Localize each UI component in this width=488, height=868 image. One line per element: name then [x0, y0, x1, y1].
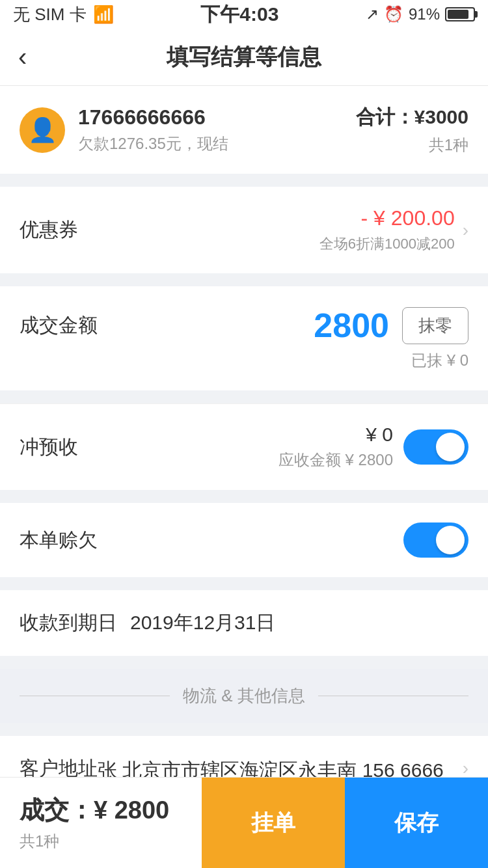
- content: 👤 17666666666 欠款1276.35元，现结 合计：¥3000 共1种…: [0, 86, 488, 868]
- due-date-section: 收款到期日 2019年12月31日: [0, 590, 488, 656]
- customer-section: 👤 17666666666 欠款1276.35元，现结 合计：¥3000 共1种: [0, 86, 488, 174]
- prepay-label: 冲预收: [20, 434, 78, 461]
- spacer1: [0, 490, 488, 503]
- status-left: 无 SIM 卡 📶: [13, 3, 114, 26]
- coupon-amount: - ¥ 200.00: [319, 206, 455, 230]
- due-date-label: 收款到期日: [20, 610, 117, 636]
- customer-left: 👤 17666666666 欠款1276.35元，现结: [20, 105, 228, 154]
- round-zero-button[interactable]: 抹零: [402, 307, 468, 344]
- back-button[interactable]: ‹: [18, 42, 27, 72]
- prepay-amount: ¥ 0: [278, 424, 393, 446]
- due-date-value: 2019年12月31日: [130, 610, 275, 636]
- page-title: 填写结算等信息: [167, 42, 321, 72]
- coupon-right: - ¥ 200.00 全场6折满1000减200 ›: [319, 206, 468, 254]
- customer-phone: 17666666666: [78, 105, 228, 129]
- total-amount: 合计：¥3000: [356, 104, 468, 131]
- nav-bar: ‹ 填写结算等信息: [0, 29, 488, 86]
- status-bar: 无 SIM 卡 📶 下午4:03 ↗ ⏰ 91%: [0, 0, 488, 29]
- footer: 成交：¥ 2800 共1种 挂单 保存: [0, 777, 488, 868]
- status-time: 下午4:03: [200, 1, 278, 28]
- footer-deal-prefix: 成交：: [20, 796, 94, 824]
- footer-info: 成交：¥ 2800 共1种: [0, 794, 202, 852]
- alarm-icon: ⏰: [384, 5, 403, 23]
- debt-section: 本单赊欠: [0, 503, 488, 577]
- save-button[interactable]: 保存: [345, 778, 488, 868]
- deal-row: 成交金额 2800 抹零: [20, 306, 468, 345]
- coupon-section[interactable]: 优惠券 - ¥ 200.00 全场6折满1000减200 ›: [0, 187, 488, 273]
- toggle-knob: [436, 433, 465, 461]
- location-icon: ↗: [366, 5, 379, 23]
- coupon-chevron-icon: ›: [463, 220, 468, 241]
- logistics-divider: 物流 & 其他信息: [0, 669, 488, 723]
- footer-deal-label: 成交：¥ 2800: [20, 794, 182, 827]
- deal-amount: 2800: [314, 306, 389, 345]
- divider-text: 物流 & 其他信息: [183, 685, 305, 707]
- deal-sub: 已抹 ¥ 0: [20, 350, 468, 371]
- prepay-toggle[interactable]: [403, 429, 468, 465]
- coupon-desc: 全场6折满1000减200: [319, 234, 455, 254]
- prepay-section: 冲预收 ¥ 0 应收金额 ¥ 2800: [0, 403, 488, 490]
- address-chevron-icon: ›: [463, 758, 468, 779]
- deal-section: 成交金额 2800 抹零 已抹 ¥ 0: [0, 286, 488, 390]
- footer-count: 共1种: [20, 831, 182, 852]
- divider-line-right: [318, 696, 468, 696]
- status-right: ↗ ⏰ 91%: [366, 5, 475, 23]
- customer-info: 17666666666 欠款1276.35元，现结: [78, 105, 228, 154]
- deal-label: 成交金额: [20, 312, 98, 339]
- avatar-icon: 👤: [28, 116, 57, 144]
- carrier-label: 无 SIM 卡: [13, 3, 87, 26]
- debt-label: 本单赊欠: [20, 527, 98, 554]
- pending-button[interactable]: 挂单: [202, 778, 345, 868]
- debt-toggle-knob: [436, 526, 465, 554]
- avatar: 👤: [20, 107, 65, 153]
- divider-line-left: [20, 696, 170, 696]
- prepay-amount-wrap: ¥ 0 应收金额 ¥ 2800: [278, 424, 393, 470]
- wifi-icon: 📶: [93, 5, 114, 25]
- battery-percent: 91%: [409, 5, 440, 23]
- deal-amount-wrap: 2800 抹零: [314, 306, 468, 345]
- debt-toggle[interactable]: [403, 522, 468, 558]
- coupon-label: 优惠券: [20, 217, 78, 243]
- prepay-sub: 应收金额 ¥ 2800: [278, 450, 393, 470]
- customer-right: 合计：¥3000 共1种: [356, 104, 468, 156]
- customer-debt: 欠款1276.35元，现结: [78, 133, 228, 154]
- prepay-right: ¥ 0 应收金额 ¥ 2800: [278, 424, 468, 470]
- total-count: 共1种: [356, 135, 468, 156]
- footer-deal-amount: ¥ 2800: [94, 796, 169, 824]
- battery-icon: [445, 7, 475, 21]
